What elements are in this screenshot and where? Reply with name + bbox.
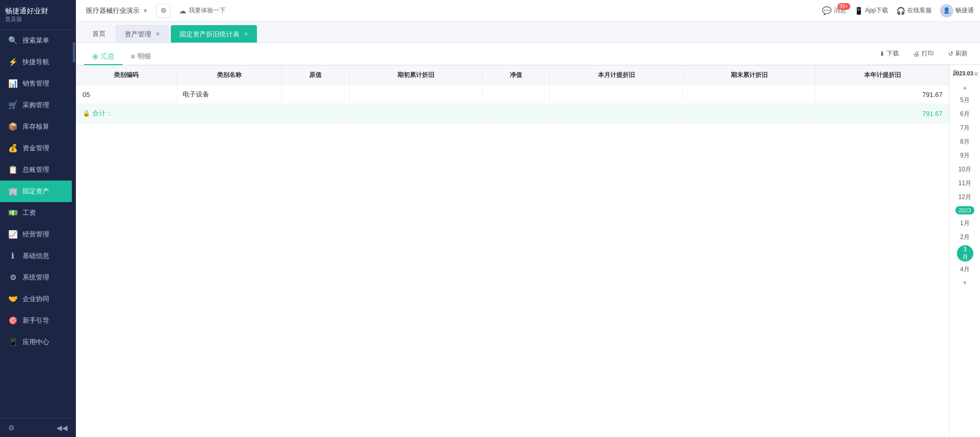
refresh-icon: ↺: [948, 50, 953, 57]
chevron-down-icon: ▼: [143, 8, 148, 14]
date-month-3-current[interactable]: 3月: [957, 245, 973, 262]
date-panel-controls: ⊞ 2023.03 ✕: [950, 68, 980, 80]
sidebar-item-search[interactable]: 🔍 搜索菜单: [0, 30, 72, 51]
sidebar-item-label: 资金管理: [23, 144, 49, 153]
expand-icon[interactable]: ⊞: [953, 68, 958, 75]
date-month-4[interactable]: 4月: [950, 263, 980, 276]
sub-tabs-toolbar-row: ⊕ 汇总 ≡ 明细 ⬇ 下载 🖨 打印 ↺ 刷: [76, 43, 980, 65]
tabs-bar: 首页 资产管理 ✕ 固定资产折旧统计表 ✕: [76, 22, 980, 43]
sidebar-collapse-icon[interactable]: ◀◀: [56, 424, 68, 432]
avatar: 👤: [940, 4, 953, 17]
tab-assets-label: 资产管理: [125, 30, 151, 39]
date-month-5[interactable]: 5月: [950, 93, 980, 107]
col-ending-dep: 期末累计折旧: [683, 66, 816, 85]
col-initial-dep: 期初累计折旧: [349, 66, 483, 85]
date-month-2[interactable]: 2月: [950, 230, 980, 244]
user-area[interactable]: 👤 畅捷通: [940, 4, 974, 17]
company-name: 医疗器械行业演示: [86, 6, 139, 15]
sidebar-item-label: 固定资产: [23, 187, 49, 196]
date-month-8[interactable]: 8月: [950, 135, 980, 149]
sidebar-item-system[interactable]: ⚙ 系统管理: [0, 267, 72, 288]
inventory-icon: 📦: [8, 122, 17, 131]
system-icon: ⚙: [8, 273, 17, 282]
date-nav-up[interactable]: ▲: [960, 82, 970, 92]
date-month-1[interactable]: 1月: [950, 216, 980, 230]
date-nav-down[interactable]: ▼: [960, 277, 970, 288]
user-name: 畅捷通: [955, 6, 974, 15]
cell-code: 05: [76, 85, 176, 104]
sidebar-scrollbar[interactable]: [72, 30, 76, 418]
experience-label: 我要体验一下: [189, 6, 226, 15]
date-month-6[interactable]: 6月: [950, 107, 980, 121]
company-selector[interactable]: 医疗器械行业演示 ▼: [82, 4, 152, 17]
total-ending-dep: [683, 104, 816, 123]
sidebar-item-guide[interactable]: 🎯 新手引导: [0, 310, 72, 331]
sidebar-item-app-center[interactable]: 📱 应用中心: [0, 331, 72, 353]
support-label: 在线客服: [907, 6, 932, 15]
toolbar: ⬇ 下载 🖨 打印 ↺ 刷新: [867, 43, 980, 65]
download-button[interactable]: ⬇ 下载: [875, 47, 903, 60]
table-header-row: 类别编码 类别名称 原值 期初累计折旧 净值 本月计提折旧 期末累计折旧 本年计…: [76, 66, 949, 85]
cloud-icon: ☁: [179, 7, 186, 15]
app-name: 畅捷通好业财: [5, 6, 48, 15]
sidebar-item-enterprise[interactable]: 🤝 企业协同: [0, 288, 72, 310]
topnav-left: 医疗器械行业演示 ▼ ⚙ ☁ 我要体验一下: [82, 4, 816, 18]
tab-home[interactable]: 首页: [84, 25, 114, 43]
main-area: 医疗器械行业演示 ▼ ⚙ ☁ 我要体验一下 💬 消息 99+ 📱 App下载: [76, 0, 980, 437]
sidebar-settings-icon[interactable]: ⚙: [8, 424, 15, 432]
download-button[interactable]: 📱 App下载: [854, 6, 888, 15]
purchase-icon: 🛒: [8, 101, 17, 110]
operations-icon: 📈: [8, 230, 17, 239]
sidebar-item-payroll[interactable]: 💵 工资: [0, 202, 72, 224]
gear-icon: ⚙: [161, 7, 167, 14]
cell-annual-dep: 791.67: [816, 85, 949, 104]
sidebar-item-quick-nav[interactable]: ⚡ 快捷导航: [0, 51, 72, 73]
sidebar-item-operations[interactable]: 📈 经营管理: [0, 224, 72, 245]
sidebar-item-label: 快捷导航: [23, 57, 49, 67]
app-center-icon: 📱: [8, 337, 17, 347]
sidebar-item-inventory[interactable]: 📦 库存核算: [0, 116, 72, 137]
support-button[interactable]: 🎧 在线客服: [896, 6, 932, 15]
sidebar-item-sales[interactable]: 📊 销售管理: [0, 73, 72, 94]
cell-net: [483, 85, 550, 104]
experience-button[interactable]: ☁ 我要体验一下: [175, 4, 230, 17]
sidebar-item-purchase[interactable]: 🛒 采购管理: [0, 94, 72, 116]
sidebar-item-basic-info[interactable]: ℹ 基础信息: [0, 245, 72, 267]
depreciation-table: 类别编码 类别名称 原值 期初累计折旧 净值 本月计提折旧 期末累计折旧 本年计…: [76, 65, 949, 123]
total-net: [483, 104, 550, 123]
notifications-button[interactable]: 💬 消息 99+: [822, 6, 846, 15]
settings-button[interactable]: ⚙: [156, 4, 171, 18]
tab-assets[interactable]: 资产管理 ✕: [116, 25, 169, 43]
date-month-9[interactable]: 9月: [950, 149, 980, 163]
tab-depreciation[interactable]: 固定资产折旧统计表 ✕: [171, 25, 257, 43]
content-wrapper: 类别编码 类别名称 原值 期初累计折旧 净值 本月计提折旧 期末累计折旧 本年计…: [76, 65, 980, 437]
headset-icon: 🎧: [896, 7, 905, 15]
date-month-7[interactable]: 7月: [950, 121, 980, 135]
tab-depreciation-close[interactable]: ✕: [244, 31, 248, 37]
basic-info-icon: ℹ: [8, 251, 17, 261]
topnav-right: 💬 消息 99+ 📱 App下载 🎧 在线客服 👤 畅捷通: [822, 4, 974, 17]
sidebar-item-ledger[interactable]: 📋 总账管理: [0, 159, 72, 181]
sidebar-item-label: 新手引导: [23, 316, 49, 325]
sub-tab-summary[interactable]: ⊕ 汇总: [84, 49, 123, 65]
sidebar-item-label: 系统管理: [23, 273, 49, 282]
tab-assets-close[interactable]: ✕: [155, 31, 160, 37]
sub-tab-detail[interactable]: ≡ 明细: [123, 49, 159, 65]
date-month-10[interactable]: 10月: [950, 163, 980, 176]
payroll-icon: 💵: [8, 208, 17, 217]
print-button[interactable]: 🖨 打印: [909, 47, 938, 60]
top-nav: 医疗器械行业演示 ▼ ⚙ ☁ 我要体验一下 💬 消息 99+ 📱 App下载: [76, 0, 980, 22]
date-month-12[interactable]: 12月: [950, 190, 980, 204]
detail-icon: ≡: [131, 52, 135, 61]
close-icon[interactable]: ✕: [973, 70, 979, 78]
date-panel: ⊞ 2023.03 ✕ ▲ 5月 6月 7月 8月 9月 10月 11月 12月…: [949, 65, 980, 437]
total-icon: 🔒: [83, 110, 90, 117]
cell-name: 电子设备: [176, 85, 282, 104]
total-annual-dep: 791.67: [816, 104, 949, 123]
cell-original: [282, 85, 349, 104]
date-month-11[interactable]: 11月: [950, 176, 980, 190]
sidebar-item-fixed-assets[interactable]: 🏢 固定资产: [0, 181, 72, 202]
refresh-button[interactable]: ↺ 刷新: [944, 47, 972, 60]
sidebar-item-finance[interactable]: 💰 资金管理: [0, 137, 72, 159]
tab-home-label: 首页: [92, 29, 106, 38]
